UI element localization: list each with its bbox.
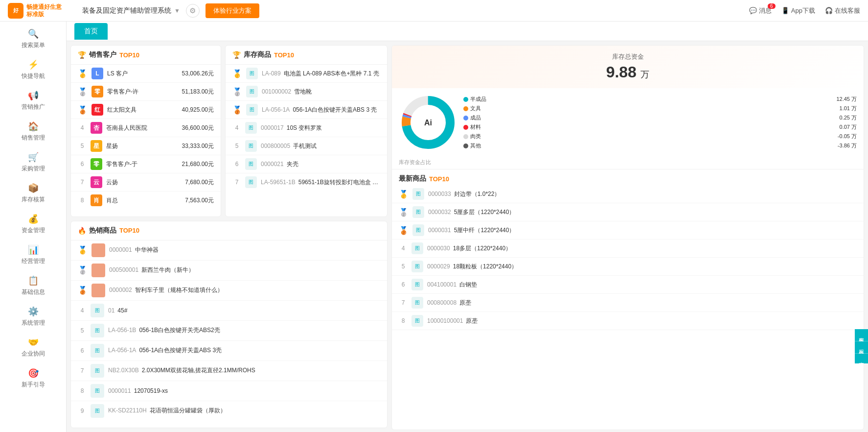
sidebar-item-inventory[interactable]: 📦 库存核算 [0, 178, 66, 209]
inventory-product-info: 000800005手机测试 [261, 142, 380, 150]
sidebar-item-nav[interactable]: ⚡ 快捷导航 [0, 54, 66, 85]
rank-indicator: 🥈 [78, 87, 88, 96]
hot-product-row: 🥈000500001新西兰牛肉（新牛） [71, 261, 387, 281]
newest-product-row: 7图000800008原垄 [392, 294, 864, 312]
customer-value: 7,680.00元 [185, 178, 214, 187]
legend-value: 12.45 万 [836, 96, 857, 103]
rank-indicator: 5 [232, 143, 241, 149]
inventory-row: 🥈图001000002雪地靴 [226, 83, 387, 101]
legend-value: 0.25 万 [840, 114, 857, 121]
sidebar-item-corp[interactable]: 🤝 企业协同 [0, 332, 66, 363]
rank-indicator: 9 [78, 408, 87, 414]
customer-row: 🥈零零售客户-许51,183.00元 [71, 83, 221, 101]
sidebar-label-guide: 新手引导 [22, 381, 45, 389]
donut-chart: Ai [399, 93, 457, 154]
hot-product-info: NB2.0X30B2.0X30MM双搓花轴,搓花直径2.1MM/ROHS [108, 366, 380, 375]
app-label: App下载 [791, 6, 815, 15]
legend-value: -3.86 万 [838, 142, 857, 149]
sidebar-item-operation[interactable]: 📊 经营管理 [0, 240, 66, 270]
customer-value: 53,006.26元 [182, 70, 214, 78]
newest-product-info: 10000100001原垄 [427, 317, 857, 325]
top-inventory-title: 库存商品 [244, 50, 271, 59]
topbar: 好 畅捷通好生意 标准版 装备及固定资产辅助管理系统 ▼ ⚙ 体验行业方案 💬 … [0, 0, 868, 22]
sidebar-item-basic[interactable]: 📋 基础信息 [0, 270, 66, 301]
rank-indicator: 4 [232, 124, 241, 131]
message-button[interactable]: 💬 消息 6 [749, 6, 772, 15]
newest-product-info: 000002918颗粒板（1220*2440） [427, 263, 857, 271]
newest-product-info: 0000033封边带（1.0*22） [428, 190, 857, 198]
newest-product-row: 🥈图00000325厘多层（1220*2440） [392, 203, 864, 221]
customer-row: 8肖肖总7,563.00元 [71, 192, 221, 209]
hot-product-info: 000500001新西兰牛肉（新牛） [109, 266, 380, 274]
product-icon: 图 [246, 86, 258, 97]
rank-indicator: 🥇 [78, 69, 88, 78]
legend-item: 成品0.25 万 [463, 114, 857, 121]
sidebar-item-system[interactable]: ⚙️ 系统管理 [0, 301, 66, 332]
trial-button[interactable]: 体验行业方案 [206, 3, 259, 18]
rank-indicator: 6 [232, 161, 241, 168]
rank-indicator: 8 [78, 387, 87, 394]
product-icon: 图 [245, 140, 257, 152]
legend-name: 其他 [470, 142, 836, 149]
newest-top10: TOP10 [429, 175, 449, 183]
sidebar-item-sales[interactable]: 🏠 销售管理 [0, 116, 66, 147]
sidebar-item-search[interactable]: 🔍 搜索菜单 [0, 24, 66, 54]
sidebar-label-system: 系统管理 [22, 319, 45, 327]
hot-product-row: 7图NB2.0X30B2.0X30MM双搓花轴,搓花直径2.1MM/ROHS [71, 361, 387, 381]
system-name: 装备及固定资产辅助管理系统 [82, 6, 171, 15]
customer-name: 红太阳文具 [107, 106, 178, 114]
settings-gear-button[interactable]: ⚙ [186, 4, 200, 18]
sidebar-item-guide[interactable]: 🎯 新手引导 [0, 363, 66, 394]
operation-icon: 📊 [28, 244, 39, 255]
newest-product-info: 004100001白钢垫 [427, 281, 857, 289]
sidebar-label-sales: 销售管理 [22, 134, 45, 142]
newest-product-row: 5图000002918颗粒板（1220*2440） [392, 258, 864, 276]
mobile-icon: 📱 [781, 7, 789, 14]
chevron-down-icon[interactable]: ▼ [174, 7, 180, 14]
sidebar-label-marketing: 营销推广 [22, 103, 45, 111]
dashboard-grid: 🏆 销售客户 TOP10 🥇LLS 客户53,006.26元🥈零零售客户-许51… [67, 41, 868, 432]
legend-name: 材料 [470, 123, 838, 131]
float-service-button[interactable]: 客服热线 [855, 329, 868, 341]
legend-name: 文具 [470, 105, 838, 112]
finance-icon: 💰 [28, 214, 39, 224]
content-tabs: 首页 [67, 22, 868, 41]
hot-product-info: 0000001中华神器 [109, 246, 380, 254]
float-community-button[interactable]: 服务社区 [855, 341, 868, 354]
top-inventory-header: 🏆 库存商品 TOP10 [226, 46, 387, 65]
inventory-icon: 📦 [28, 183, 39, 193]
product-thumbnail: 图 [91, 324, 104, 337]
hot-top10: TOP10 [119, 227, 139, 234]
app-download-button[interactable]: 📱 App下载 [781, 6, 815, 15]
sidebar-label-inventory: 库存核算 [22, 195, 45, 204]
sidebar-item-purchase[interactable]: 🛒 采购管理 [0, 147, 66, 178]
rank-indicator: 🥉 [78, 286, 88, 295]
system-selector[interactable]: 装备及固定资产辅助管理系统 ▼ [82, 6, 180, 15]
rank-indicator: 5 [78, 327, 87, 334]
newest-product-row: 🥉图00000315厘中纤（1220*2440） [392, 221, 864, 240]
legend-dot [463, 116, 468, 120]
online-service-button[interactable]: 🎧 在线客服 [825, 6, 860, 15]
legend-item: 文具1.01 万 [463, 105, 857, 112]
newest-header: 最新商品 TOP10 [392, 169, 864, 185]
rank-indicator: 6 [78, 161, 87, 168]
float-live-button[interactable]: 直播 [855, 354, 868, 363]
donut-section: Ai 半成品12.45 万文具1.01 万成品0.25 万材料0.07 万肉类-… [392, 88, 864, 159]
newest-product-row: 4图000003018多层（1220*2440） [392, 240, 864, 258]
legend-item: 半成品12.45 万 [463, 96, 857, 103]
top10-inv-label: TOP10 [274, 51, 294, 59]
sidebar-item-marketing[interactable]: 📢 营销推广 [0, 85, 66, 116]
customer-value: 36,600.00元 [182, 124, 214, 132]
tab-home[interactable]: 首页 [74, 23, 108, 40]
customer-name: 零售客户-于 [106, 160, 178, 168]
customer-value: 21,680.00元 [182, 160, 214, 168]
sidebar-label-finance: 资金管理 [22, 226, 45, 235]
inventory-total-value: 9.88 [606, 63, 637, 81]
hot-products-panel: 🔥 热销商品 TOP10 🥇0000001中华神器🥈000500001新西兰牛肉… [70, 221, 388, 429]
content-area: 首页 🏆 销售客户 TOP10 🥇LLS 客户53,006.26元🥈零零售客户-… [67, 22, 868, 432]
rank-indicator: 🥇 [399, 190, 409, 199]
corp-icon: 🤝 [28, 337, 39, 348]
customer-value: 51,183.00元 [182, 88, 214, 96]
hot-products-title: 热销商品 [89, 226, 116, 235]
sidebar-item-finance[interactable]: 💰 资金管理 [0, 209, 66, 240]
